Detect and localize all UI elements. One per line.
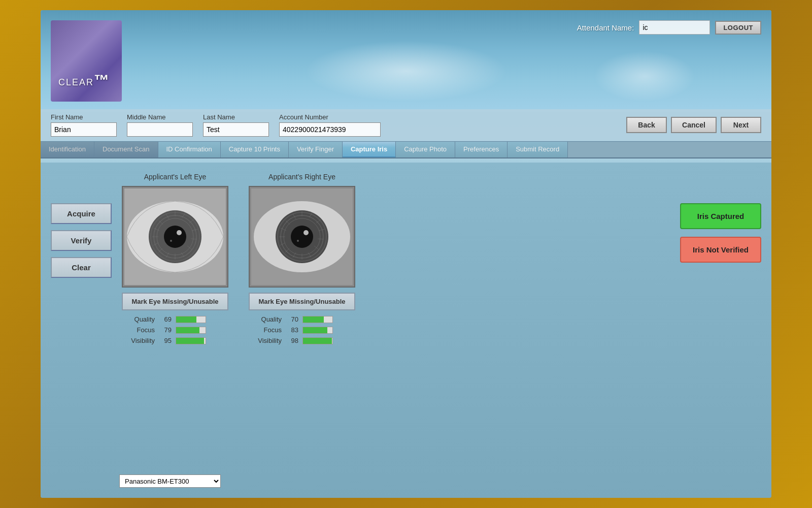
clear-button[interactable]: Clear [51,257,112,278]
right-quality-value: 70 [286,315,298,323]
account-number-input[interactable] [279,122,381,137]
left-focus-row: Focus 79 [122,326,228,334]
right-focus-bar-bg [302,327,333,334]
nav-buttons: Back Cancel Next [626,117,761,133]
right-visibility-value: 98 [286,337,298,344]
tab-identification[interactable]: Identification [41,142,94,157]
left-quality-bar [176,316,196,323]
tab-capture-iris[interactable]: Capture Iris [343,142,396,157]
right-eye-image [249,186,355,288]
cancel-button[interactable]: Cancel [671,117,717,133]
iris-captured-badge: Iris Captured [680,203,761,229]
left-quality-label: Quality [122,315,155,323]
logo-tm: ™ [94,72,110,88]
right-quality-bar [303,316,324,323]
main-content: Acquire Verify Clear Applicant's Left Ey… [41,163,771,498]
scanner-select[interactable]: Panasonic BM-ET300 [119,474,221,488]
left-visibility-label: Visibility [122,337,155,344]
tab-capture-10-prints[interactable]: Capture 10 Prints [221,142,289,157]
right-visibility-row: Visibility 98 [249,337,355,344]
mark-left-eye-button[interactable]: Mark Eye Missing/Unusable [122,293,228,310]
right-focus-label: Focus [249,326,282,334]
form-area: First Name Middle Name Last Name Account… [41,109,771,141]
right-visibility-bar-bg [302,337,333,344]
svg-point-22 [177,230,182,235]
left-eye-quality: Quality 69 Focus 79 Visibi [122,315,228,347]
left-focus-bar-bg [176,327,206,334]
svg-point-21 [164,226,186,248]
last-name-input[interactable] [203,122,269,137]
header: CLEAR™ Attendant Name: LOGOUT [41,10,771,112]
account-number-label: Account Number [279,113,381,121]
left-eye-section: Applicant's Left Eye [122,173,228,488]
tab-document-scan[interactable]: Document Scan [94,142,158,157]
left-quality-bar-bg [176,316,206,323]
right-quality-bar-bg [302,316,333,323]
right-eye-quality: Quality 70 Focus 83 Visibi [249,315,355,347]
logo-text: CLEAR™ [58,72,110,97]
attendant-label: Attendant Name: [577,23,634,32]
last-name-field: Last Name [203,113,269,137]
right-focus-bar [303,327,327,333]
tab-bar: IdentificationDocument ScanID Confirmati… [41,141,771,158]
svg-point-45 [291,226,313,248]
left-visibility-value: 95 [159,337,172,344]
right-focus-row: Focus 83 [249,326,355,334]
left-focus-value: 79 [159,326,172,334]
right-iris-svg [251,188,353,285]
right-visibility-label: Visibility [249,337,282,344]
account-number-field: Account Number [279,113,381,137]
mark-right-eye-button[interactable]: Mark Eye Missing/Unusable [249,293,355,310]
tab-preferences[interactable]: Preferences [455,142,507,157]
first-name-input[interactable] [51,122,117,137]
logo-area: CLEAR™ [51,20,122,102]
left-quality-value: 69 [159,315,172,323]
tab-submit-record[interactable]: Submit Record [507,142,568,157]
left-eye-label: Applicant's Left Eye [144,173,207,181]
left-visibility-row: Visibility 95 [122,337,228,344]
svg-point-46 [303,230,309,235]
tab-id-confirmation[interactable]: ID Confirmation [158,142,221,157]
tab-verify-finger[interactable]: Verify Finger [289,142,343,157]
screen: CLEAR™ Attendant Name: LOGOUT First Name… [41,10,771,498]
attendant-area: Attendant Name: LOGOUT [577,20,761,35]
svg-point-23 [170,240,172,242]
last-name-label: Last Name [203,113,269,121]
svg-point-47 [297,240,299,242]
iris-not-verified-badge: Iris Not Verified [680,237,761,263]
logo-brand: CLEAR [58,77,94,87]
left-quality-row: Quality 69 [122,315,228,323]
middle-name-input[interactable] [127,122,193,137]
left-visibility-bar [176,338,204,344]
right-eye-label: Applicant's Right Eye [268,173,335,181]
left-focus-bar [176,327,199,333]
right-eye-section: Applicant's Right Eye [249,173,355,488]
scanner-area: Panasonic BM-ET300 [119,474,221,488]
left-visibility-bar-bg [176,337,206,344]
right-status: Iris Captured Iris Not Verified [680,173,761,488]
eyes-container: Applicant's Left Eye [122,173,670,488]
tab-capture-photo[interactable]: Capture Photo [396,142,455,157]
right-focus-value: 83 [286,326,298,334]
left-iris-svg [124,188,226,285]
verify-button[interactable]: Verify [51,230,112,251]
right-visibility-bar [303,338,332,344]
first-name-field: First Name [51,113,117,137]
middle-name-field: Middle Name [127,113,193,137]
acquire-button[interactable]: Acquire [51,203,112,224]
next-button[interactable]: Next [721,117,761,133]
back-button[interactable]: Back [626,117,667,133]
left-controls: Acquire Verify Clear [51,173,112,488]
right-quality-row: Quality 70 [249,315,355,323]
middle-name-label: Middle Name [127,113,193,121]
first-name-label: First Name [51,113,117,121]
left-focus-label: Focus [122,326,155,334]
logout-button[interactable]: LOGOUT [715,21,761,35]
attendant-input[interactable] [639,20,710,35]
left-eye-image [122,186,228,288]
right-quality-label: Quality [249,315,282,323]
